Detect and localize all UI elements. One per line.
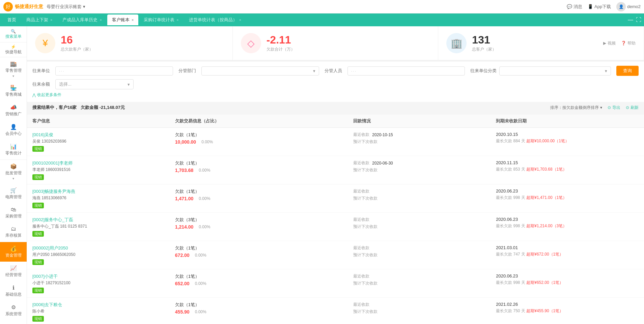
tab-purchase-order-stats[interactable]: 采购订单统计表 × (139, 14, 183, 25)
filter-unit-category-input[interactable]: ▾ (499, 66, 611, 76)
minimize-icon[interactable]: — (628, 17, 633, 23)
overdue-amount-1[interactable]: 超期¥1,703.68（1笔） (526, 167, 567, 172)
overdue-amount-3[interactable]: 超期¥1,214.00（3笔） (526, 224, 567, 228)
customer-tag-5: 现销 (32, 288, 44, 293)
video-btn[interactable]: ▶ 视频 (603, 40, 616, 46)
app-download-btn[interactable]: 📱 App下载 (588, 4, 611, 10)
customer-info-5: [0007]小进干 小进干 18279152100 现销 (32, 273, 175, 293)
sidebar-item-purchase[interactable]: 🛍 采购管理 (0, 203, 27, 223)
sidebar-item-basic[interactable]: ℹ 基础信息 (0, 281, 27, 301)
data-table: 客户信息 欠款交易信息（占比） 回款情况 到期未收款日期 [0016]吴俊 吴俊… (27, 115, 644, 324)
tab-customer-account[interactable]: 客户账本 × (107, 14, 138, 25)
tab-close-icon[interactable]: × (50, 18, 52, 22)
sidebar-item-inventory[interactable]: 🗂 库存核算 (0, 223, 27, 242)
customer-name-3[interactable]: [0002]服务中心_丁磊 (32, 217, 175, 223)
export-btn[interactable]: ⊙ 导出 (608, 105, 620, 111)
sidebar-item-marketing[interactable]: 📣 营销推广 (0, 101, 27, 120)
overdue-amount-0[interactable]: 超期¥10,000.00（1笔） (526, 139, 569, 143)
sidebar-item-collab[interactable]: 🤝 企业协同 (0, 320, 27, 324)
search-button[interactable]: 查询 (616, 66, 639, 76)
return-label-3: 最近收款 (353, 217, 496, 223)
message-icon: 💬 (567, 4, 572, 9)
sidebar-item-retail-mgmt[interactable]: 🏬 零售管理 ▾ (0, 57, 27, 81)
user-menu[interactable]: 👤 demo2 (616, 2, 641, 11)
tab-home[interactable]: 首页 (3, 14, 21, 25)
tab-purchase-stats-product[interactable]: 进货单统计表（按商品） × (184, 14, 246, 25)
customer-tag-6: 现销 (32, 316, 44, 322)
customer-name-5[interactable]: [0007]小进干 (32, 273, 175, 279)
refresh-btn[interactable]: ⊙ 刷新 (626, 105, 639, 111)
stat-info-overdue-customers: 16 总欠款客户（家） (61, 34, 93, 52)
next-payment-1: 预计下次收款 (353, 167, 496, 173)
sidebar-item-member[interactable]: 👤 会员中心 (0, 120, 27, 140)
sidebar-item-ecommerce[interactable]: 🛒 电商管理 (0, 184, 27, 203)
customer-name-2[interactable]: [0003]畅捷服务尹海燕 (32, 188, 175, 195)
sidebar-item-retail-stats-label: 零售统计 (5, 150, 22, 156)
overdue-detail-5: 最长欠款 998 天 超期¥652.00（1笔） (496, 280, 639, 286)
debt-amount-1[interactable]: 1,703.68 (175, 168, 194, 173)
sidebar-quick-nav[interactable]: ⚡ 快捷导航 (0, 42, 27, 57)
tab-product-listing[interactable]: 商品上下架 × (22, 14, 57, 25)
debt-row-1: 1,703.68 0.00% (175, 166, 354, 174)
stat-card-total-customers: 🏢 131 总客户（家） ▶ 视频 ❓ 帮助 (438, 26, 644, 60)
customer-name-0[interactable]: [0016]吴俊 (32, 132, 175, 138)
help-btn[interactable]: ❓ 帮助 (621, 40, 636, 46)
sidebar-item-retail-stats[interactable]: 📊 零售统计 (0, 140, 27, 159)
overdue-amount-2[interactable]: 超期¥1,471.00（1笔） (526, 195, 567, 200)
overdue-days-1: 最长欠款 853 天 (496, 167, 526, 172)
debt-amount-2[interactable]: 1,471.00 (175, 196, 194, 201)
sidebar-item-batch-mgmt-label: 批发管理 (5, 170, 22, 176)
tab-close-icon-4[interactable]: × (176, 18, 178, 22)
sidebar-item-batch-mgmt[interactable]: 📦 批发管理 ▾ (0, 160, 27, 184)
dots-icon: ··· (59, 68, 65, 73)
overdue-amount-4[interactable]: 超期¥672.00（1笔） (526, 252, 563, 257)
filter-balance-input[interactable]: 选择... ▾ (55, 79, 134, 89)
return-info-0: 最近收款 2020-10-15 预计下次收款 (353, 132, 496, 152)
filter-from-unit-input[interactable]: ··· (55, 66, 173, 76)
col-header-overdue: 到期未收款日期 (496, 118, 639, 124)
overdue-detail-3: 最长欠款 998 天 超期¥1,214.00（3笔） (496, 223, 639, 229)
sort-select[interactable]: 排序：按欠款金额倒序排序 ▾ (550, 105, 602, 111)
sidebar-search[interactable]: 🔍 搜索菜单 (0, 26, 27, 42)
customer-phone-5: 小进干 18279152100 (32, 280, 175, 286)
overdue-info-0: 2020.10.15 最长欠款 884 天 超期¥10,000.00（1笔） (496, 132, 639, 152)
stats-bar: ¥ 16 总欠款客户（家） ◇ -2.11 欠款合计（万） 🏢 (27, 26, 644, 60)
overdue-amount-6[interactable]: 超期¥455.90（1笔） (526, 308, 563, 313)
overdue-detail-1: 最长欠款 853 天 超期¥1,703.68（1笔） (496, 167, 639, 172)
debt-amount-5[interactable]: 652.00 (175, 281, 190, 286)
next-payment-6: 预计下次收款 (353, 309, 496, 315)
logo-area: 好 畅捷通好生意 (3, 2, 43, 11)
customer-name-1[interactable]: [0001020001]李老师 (32, 160, 175, 166)
debt-row-5: 652.00 0.00% (175, 279, 354, 288)
tab-close-icon-5[interactable]: × (239, 18, 241, 22)
customer-tag-2: 现销 (32, 203, 44, 208)
customer-name-4[interactable]: [000002]用户2050 (32, 245, 175, 251)
sidebar-item-ops[interactable]: 📈 经营管理 (0, 262, 27, 281)
collapse-btn[interactable]: ⋀ 收起更多条件 (32, 92, 639, 98)
table-row: [0001020001]李老师 李老师 18600391516 现销 欠款（1笔… (27, 156, 644, 184)
tab-home-label: 首页 (7, 17, 16, 23)
message-btn[interactable]: 💬 消息 (567, 4, 582, 10)
debt-info-3: 欠款（3笔） 1,214.00 0.00% (175, 217, 354, 237)
store-selector[interactable]: 母婴行业演示账套 ▾ (47, 4, 85, 10)
tab-close-icon-2[interactable]: × (100, 18, 102, 22)
sidebar-item-finance[interactable]: 💰 资金管理 (0, 242, 27, 262)
sidebar-item-system[interactable]: ⚙ 系统管理 (0, 301, 27, 320)
tab-production-history[interactable]: 产成品入库单历史 × (58, 14, 106, 25)
maximize-icon[interactable]: ⛶ (636, 17, 641, 23)
debt-percent-1: 0.00% (199, 168, 210, 173)
sidebar-item-retail-mall[interactable]: 🏪 零售商城 (0, 81, 27, 101)
debt-amount-3[interactable]: 1,214.00 (175, 224, 194, 230)
sidebar-item-retail-mall-label: 零售商城 (5, 92, 22, 97)
customer-name-6[interactable]: [0006]去下粮仓 (32, 302, 175, 308)
stat-value-overdue-amount: -2.11 (267, 34, 295, 45)
filter-dept-input[interactable]: ▾ (201, 66, 319, 76)
overdue-amount-5[interactable]: 超期¥652.00（1笔） (526, 280, 563, 285)
debt-amount-4[interactable]: 672.00 (175, 253, 190, 258)
logo-icon: 好 (3, 2, 13, 11)
debt-amount-0[interactable]: 10,000.00 (175, 139, 196, 145)
filter-manager-input[interactable]: ··· (347, 66, 465, 76)
overdue-info-3: 2020.06.23 最长欠款 998 天 超期¥1,214.00（3笔） (496, 217, 639, 237)
debt-amount-6[interactable]: 455.90 (175, 309, 190, 315)
tab-close-icon-3[interactable]: × (132, 18, 134, 22)
